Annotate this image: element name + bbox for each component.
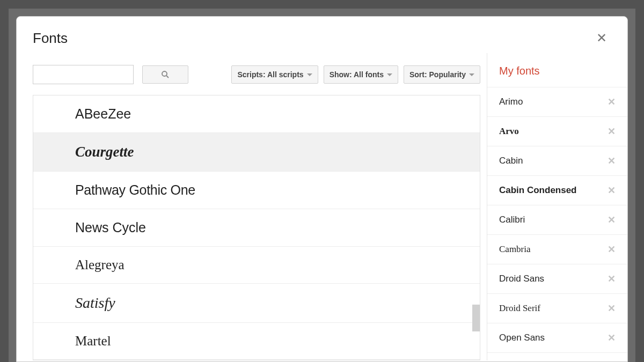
left-panel: Scripts: All scripts Show: All fonts Sor… <box>17 53 487 360</box>
font-row[interactable]: News Cycle <box>33 209 480 247</box>
fonts-dialog: Fonts ✕ Scripts: All <box>16 16 628 362</box>
show-filter-label: Show: All fonts <box>330 70 384 79</box>
search-icon <box>160 70 170 79</box>
font-name-label: News Cycle <box>75 220 146 235</box>
search-button[interactable] <box>142 65 188 84</box>
svg-line-1 <box>166 76 169 78</box>
sort-filter-label: Sort: Popularity <box>409 70 466 79</box>
my-font-name: Arvo <box>499 126 519 137</box>
font-row[interactable]: Pathway Gothic One <box>33 172 480 209</box>
font-name-label: Martel <box>75 334 111 348</box>
search-input[interactable] <box>33 65 134 84</box>
my-font-row: Arvo✕ <box>487 116 627 146</box>
my-font-name: Cabin Condensed <box>499 185 577 196</box>
remove-font-button[interactable]: ✕ <box>605 213 618 227</box>
my-font-row: Droid Serif✕ <box>487 293 627 323</box>
my-font-row: Arimo✕ <box>487 87 627 116</box>
my-font-row: Cabin✕ <box>487 146 627 175</box>
remove-font-button[interactable]: ✕ <box>605 154 618 168</box>
font-name-label: Courgette <box>75 144 134 160</box>
my-font-row: Open Sans✕ <box>487 323 627 353</box>
filter-group: Scripts: All scripts Show: All fonts Sor… <box>231 65 480 84</box>
my-font-row: Cabin Condensed✕ <box>487 175 627 205</box>
remove-font-button[interactable]: ✕ <box>605 272 618 286</box>
my-font-name: Cabin <box>499 156 523 166</box>
font-row[interactable]: ABeeZee <box>33 95 480 133</box>
remove-font-button[interactable]: ✕ <box>605 331 618 345</box>
font-list-container: ABeeZeeCourgettePathway Gothic OneNews C… <box>33 95 480 360</box>
font-row[interactable]: Martel <box>33 323 480 360</box>
controls-row: Scripts: All scripts Show: All fonts Sor… <box>33 53 480 95</box>
chevron-down-icon <box>469 73 474 76</box>
scrollbar-thumb[interactable] <box>472 305 480 331</box>
font-name-label: ABeeZee <box>75 106 131 121</box>
dialog-body: Scripts: All scripts Show: All fonts Sor… <box>17 53 627 360</box>
modal-backdrop: Fonts ✕ Scripts: All <box>9 9 635 362</box>
font-name-label: Alegreya <box>75 257 125 272</box>
my-font-name: Droid Serif <box>499 303 540 314</box>
my-font-row: Cambria✕ <box>487 234 627 264</box>
my-font-name: Arimo <box>499 97 523 107</box>
chevron-down-icon <box>307 73 312 76</box>
my-fonts-title: My fonts <box>487 65 627 87</box>
font-name-label: Pathway Gothic One <box>75 182 195 197</box>
chevron-down-icon <box>387 73 392 76</box>
remove-font-button[interactable]: ✕ <box>605 124 618 138</box>
font-row[interactable]: Courgette <box>33 133 480 172</box>
font-list[interactable]: ABeeZeeCourgettePathway Gothic OneNews C… <box>33 95 480 360</box>
my-font-name: Open Sans <box>499 333 545 343</box>
svg-point-0 <box>162 71 167 76</box>
my-fonts-panel: My fonts Arimo✕Arvo✕Cabin✕Cabin Condense… <box>487 53 627 360</box>
my-font-name: Calibri <box>499 215 525 225</box>
show-filter[interactable]: Show: All fonts <box>324 65 398 84</box>
my-font-row: Calibri✕ <box>487 205 627 234</box>
my-font-name: Cambria <box>499 244 531 255</box>
dialog-header: Fonts ✕ <box>17 17 627 53</box>
scripts-filter[interactable]: Scripts: All scripts <box>231 65 318 84</box>
dialog-title: Fonts <box>33 30 68 47</box>
font-row[interactable]: Satisfy <box>33 284 480 323</box>
scripts-filter-label: Scripts: All scripts <box>237 70 303 79</box>
sort-filter[interactable]: Sort: Popularity <box>404 65 480 84</box>
my-font-row: Droid Sans✕ <box>487 264 627 293</box>
remove-font-button[interactable]: ✕ <box>605 95 618 109</box>
my-fonts-list: Arimo✕Arvo✕Cabin✕Cabin Condensed✕Calibri… <box>487 87 627 353</box>
my-font-name: Droid Sans <box>499 274 544 284</box>
remove-font-button[interactable]: ✕ <box>605 183 618 197</box>
remove-font-button[interactable]: ✕ <box>605 301 618 315</box>
remove-font-button[interactable]: ✕ <box>605 242 618 256</box>
font-row[interactable]: Alegreya <box>33 247 480 284</box>
font-name-label: Satisfy <box>75 294 115 311</box>
close-icon: ✕ <box>596 31 607 45</box>
close-button[interactable]: ✕ <box>592 28 611 48</box>
